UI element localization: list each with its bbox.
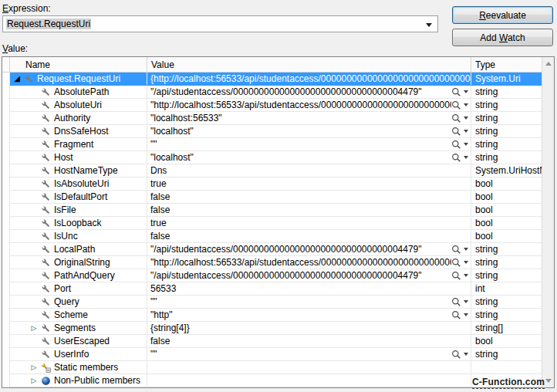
magnifier-icon[interactable] — [451, 153, 471, 163]
magnifier-icon[interactable] — [451, 258, 471, 268]
table-row[interactable]: LocalPath"/api/studentaccess/00000000000… — [10, 243, 542, 256]
table-row[interactable]: PathAndQuery"/api/studentaccess/00000000… — [10, 269, 542, 282]
table-row[interactable]: AbsolutePath"/api/studentaccess/00000000… — [10, 86, 542, 99]
watch-grid: Name Value Type ◢Request.RequestUri{http… — [2, 56, 555, 388]
property-wrench-icon — [39, 310, 52, 320]
row-value: "" — [147, 349, 451, 360]
row-name: Scheme — [52, 309, 88, 320]
grid-left-gutter — [2, 73, 10, 387]
scroll-up-icon[interactable] — [545, 62, 552, 66]
property-wrench-icon — [39, 140, 52, 150]
chevron-down-icon[interactable] — [464, 156, 468, 159]
expression-input-value[interactable]: Request.RequestUri — [6, 19, 91, 29]
column-header-name[interactable]: Name — [10, 57, 147, 72]
property-wrench-icon — [39, 192, 52, 202]
table-row[interactable]: ◢Request.RequestUri{http://localhost:565… — [10, 73, 542, 86]
vertical-scrollbar[interactable] — [542, 57, 554, 387]
chevron-down-icon[interactable] — [464, 261, 468, 264]
table-row[interactable]: Fragment""string — [10, 138, 542, 151]
chevron-down-icon[interactable] — [464, 130, 468, 133]
add-watch-button[interactable]: Add Watch — [452, 29, 553, 46]
table-row[interactable]: UserInfo""string — [10, 348, 542, 361]
row-value: "" — [147, 139, 451, 150]
row-value: "localhost" — [147, 152, 451, 163]
chevron-down-icon[interactable] — [464, 353, 468, 356]
chevron-down-icon[interactable] — [464, 274, 468, 277]
table-row[interactable]: ▷Static members — [10, 361, 542, 374]
chevron-down-icon[interactable] — [464, 313, 468, 316]
row-name: IsFile — [52, 204, 76, 215]
table-row[interactable]: ▷Segments{string[4]}string[] — [10, 322, 542, 335]
magnifier-icon[interactable] — [451, 350, 471, 360]
table-row[interactable]: IsLoopbacktruebool — [10, 217, 542, 230]
table-row[interactable]: IsUncfalsebool — [10, 230, 542, 243]
table-row[interactable]: IsDefaultPortfalsebool — [10, 191, 542, 204]
property-wrench-icon — [39, 336, 52, 346]
row-type: string — [471, 243, 542, 255]
row-name: LocalPath — [52, 244, 95, 255]
row-value: "http://localhost:56533/api/studentacces… — [147, 257, 451, 268]
magnifier-icon[interactable] — [451, 297, 471, 307]
row-type: bool — [471, 177, 542, 190]
table-row[interactable]: ▷Non-Public members — [10, 374, 542, 387]
table-row[interactable]: HostNameTypeDnsSystem.UriHostNameType — [10, 164, 542, 177]
row-type — [471, 361, 542, 373]
chevron-down-icon[interactable] — [464, 248, 468, 251]
magnifier-icon[interactable] — [451, 271, 471, 281]
reevaluate-button[interactable]: Reevaluate — [452, 6, 553, 24]
property-wrench-icon — [39, 350, 52, 360]
table-row[interactable]: Port56533int — [10, 282, 542, 296]
expand-arrow-icon[interactable]: ▷ — [29, 361, 39, 373]
non-public-members-icon — [39, 376, 52, 386]
column-header-value[interactable]: Value — [147, 57, 471, 72]
magnifier-icon[interactable] — [451, 127, 471, 137]
expression-combobox[interactable]: Request.RequestUri — [2, 15, 438, 32]
magnifier-icon[interactable] — [451, 245, 471, 255]
property-wrench-icon — [22, 74, 35, 84]
table-row[interactable]: UserEscapedfalsebool — [10, 335, 542, 348]
chevron-down-icon[interactable] — [426, 23, 432, 27]
magnifier-icon[interactable] — [451, 310, 471, 320]
table-row[interactable]: IsFilefalsebool — [10, 204, 542, 217]
magnifier-icon[interactable] — [451, 100, 471, 110]
row-value: "" — [147, 296, 451, 307]
row-name: Fragment — [52, 139, 93, 150]
table-row[interactable]: Host"localhost"string — [10, 151, 542, 164]
table-row[interactable]: OriginalString"http://localhost:56533/ap… — [10, 256, 542, 269]
table-row[interactable]: Query""string — [10, 296, 542, 309]
expand-arrow-icon[interactable]: ▷ — [29, 374, 39, 387]
collapse-arrow-icon[interactable]: ◢ — [12, 73, 22, 85]
row-type: bool — [471, 335, 542, 347]
row-name: IsAbsoluteUri — [52, 178, 109, 189]
expand-arrow-icon[interactable]: ▷ — [29, 322, 39, 334]
property-wrench-icon — [39, 245, 52, 255]
row-name: Static members — [52, 362, 118, 373]
property-wrench-icon — [39, 323, 52, 333]
row-type: bool — [471, 191, 542, 203]
row-name: IsLoopback — [52, 218, 101, 228]
row-type: bool — [471, 230, 542, 242]
magnifier-icon[interactable] — [451, 140, 471, 150]
reevaluate-button-label: Reevaluate — [479, 10, 526, 21]
chevron-down-icon[interactable] — [464, 143, 468, 146]
chevron-down-icon[interactable] — [464, 103, 468, 106]
table-row[interactable]: Scheme"http"string — [10, 309, 542, 322]
scroll-down-icon[interactable] — [545, 379, 552, 383]
table-row[interactable]: Authority"localhost:56533"string — [10, 112, 542, 125]
column-header-type[interactable]: Type — [471, 57, 542, 72]
row-type: string — [471, 86, 542, 98]
table-row[interactable]: AbsoluteUri"http://localhost:56533/api/s… — [10, 99, 542, 112]
row-value: "/api/studentaccess/00000000000000000000… — [147, 244, 451, 255]
row-name: UserInfo — [52, 349, 89, 360]
row-type: bool — [471, 217, 542, 229]
magnifier-icon[interactable] — [451, 113, 471, 123]
chevron-down-icon[interactable] — [464, 300, 468, 303]
table-row[interactable]: IsAbsoluteUritruebool — [10, 177, 542, 191]
row-name: Authority — [52, 113, 90, 123]
chevron-down-icon[interactable] — [464, 117, 468, 120]
chevron-down-icon[interactable] — [464, 90, 468, 93]
row-value: "/api/studentaccess/00000000000000000000… — [147, 86, 451, 97]
magnifier-icon[interactable] — [451, 87, 471, 97]
table-row[interactable]: DnsSafeHost"localhost"string — [10, 125, 542, 138]
row-type: string — [471, 309, 542, 321]
